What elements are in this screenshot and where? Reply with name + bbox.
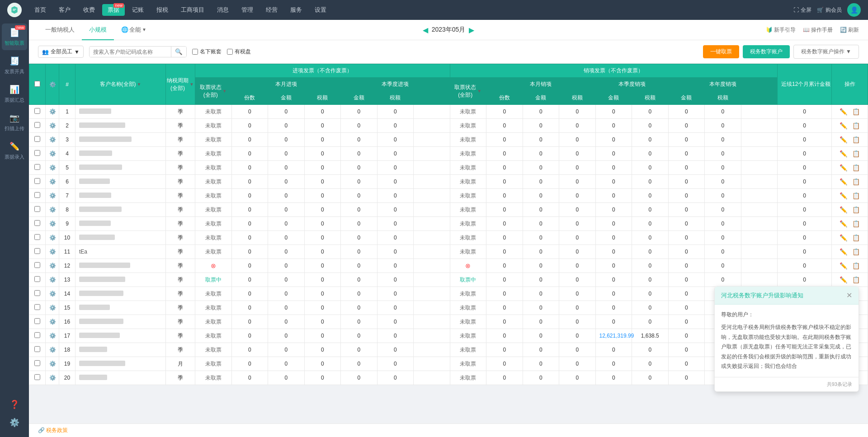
copy-button[interactable]: 📋 <box>850 219 862 228</box>
employee-select[interactable]: 👥 全部员工 ▼ <box>38 46 84 58</box>
sidebar-item-help[interactable]: ❓ <box>2 395 27 414</box>
edit-button[interactable]: ✏️ <box>838 261 849 270</box>
nav-home[interactable]: 首页 <box>29 4 52 16</box>
sidebar-item-invoice-issue[interactable]: 🧾 发票开具 <box>2 52 27 79</box>
sidebar-item-scan-upload[interactable]: 📷 扫描上传 <box>2 109 27 136</box>
row-checkbox[interactable] <box>34 220 40 226</box>
row-checkbox[interactable] <box>34 192 40 198</box>
copy-button[interactable]: 📋 <box>850 121 862 130</box>
row-checkbox[interactable] <box>34 360 40 366</box>
manual-button[interactable]: 📖 操作手册 <box>803 26 833 34</box>
copy-button[interactable]: 📋 <box>850 149 862 158</box>
popup-close-button[interactable]: ✕ <box>846 291 852 300</box>
edit-button[interactable]: ✏️ <box>838 149 849 158</box>
edit-button[interactable]: ✏️ <box>838 135 849 144</box>
refresh-button[interactable]: 🔄 刷新 <box>840 26 859 34</box>
row-checkbox[interactable] <box>34 332 40 338</box>
next-month-button[interactable]: ▶ <box>469 26 474 34</box>
nav-service[interactable]: 服务 <box>285 4 307 16</box>
edit-button[interactable]: ✏️ <box>838 177 849 186</box>
edit-button[interactable]: ✏️ <box>838 191 849 200</box>
user-avatar[interactable]: 👤 <box>847 3 861 17</box>
member-button[interactable]: 🛒 购会员 <box>817 6 842 14</box>
row-checkbox[interactable] <box>34 290 40 296</box>
row-checkbox[interactable] <box>34 304 40 310</box>
row-checkbox[interactable] <box>34 206 40 212</box>
copy-button[interactable]: 📋 <box>850 177 862 186</box>
edit-button[interactable]: ✏️ <box>838 275 849 284</box>
sidebar-item-ticket-entry[interactable]: ✏️ 票据录入 <box>2 137 27 164</box>
digital-account-button[interactable]: 税务数字账户 <box>743 45 790 58</box>
copy-button[interactable]: 📋 <box>850 135 862 144</box>
row-checkbox[interactable] <box>34 276 40 282</box>
edit-button[interactable]: ✏️ <box>838 205 849 214</box>
edit-button[interactable]: ✏️ <box>838 121 849 130</box>
nav-ticket[interactable]: 票据 new <box>102 4 125 16</box>
tab-general-taxpayer[interactable]: 一般纳税人 <box>38 20 82 40</box>
accounts-checkbox-label[interactable]: 名下账套 <box>192 48 222 56</box>
tab-small-scale[interactable]: 小规模 <box>82 20 114 40</box>
row-checkbox[interactable] <box>34 262 40 268</box>
copy-button[interactable]: 📋 <box>850 247 862 256</box>
one-click-ticket-button[interactable]: 一键取票 <box>703 45 739 58</box>
edit-button[interactable]: ✏️ <box>838 247 849 256</box>
copy-button[interactable]: 📋 <box>850 275 862 284</box>
row-checkbox[interactable] <box>34 248 40 254</box>
row-checkbox[interactable] <box>34 178 40 184</box>
nav-accounting[interactable]: 记账 <box>127 4 149 16</box>
sidebar-item-smart-ticket[interactable]: 📄 智能取票 new <box>2 23 27 50</box>
nav-customer[interactable]: 客户 <box>53 4 76 16</box>
sidebar-item-settings[interactable]: ⚙️ <box>2 414 27 432</box>
nav-charge[interactable]: 收费 <box>78 4 100 16</box>
copy-button[interactable]: 📋 <box>850 261 862 270</box>
digital-account-ops-button[interactable]: 税务数字账户操作 ▼ <box>793 45 859 59</box>
row-checkbox[interactable] <box>34 108 40 114</box>
taxdisk-checkbox[interactable] <box>227 49 233 55</box>
status-in-tag: 未取票 <box>205 249 222 255</box>
edit-button[interactable]: ✏️ <box>838 163 849 172</box>
edit-button[interactable]: ✏️ <box>838 233 849 242</box>
row-settings-cell: ⚙️ <box>46 259 59 273</box>
taxdisk-checkbox-label[interactable]: 有税盘 <box>227 48 251 56</box>
row-period: 季 <box>166 161 195 175</box>
row-out-amount: 0 <box>523 231 559 245</box>
row-checkbox[interactable] <box>34 374 40 380</box>
blurred-name <box>79 291 123 296</box>
nav-operation[interactable]: 经营 <box>260 4 283 16</box>
tax-policy-link[interactable]: 🔗 税务政策 <box>38 427 68 434</box>
nav-message[interactable]: 消息 <box>212 4 234 16</box>
copy-button[interactable]: 📋 <box>850 233 862 242</box>
row-rolling: 0 <box>778 133 832 147</box>
edit-button[interactable]: ✏️ <box>838 219 849 228</box>
row-status-out: 取票中 <box>450 273 486 287</box>
nav-settings[interactable]: 设置 <box>309 4 332 16</box>
sidebar-item-ticket-summary[interactable]: 📊 票据汇总 <box>2 80 27 107</box>
row-checkbox[interactable] <box>34 122 40 128</box>
edit-button[interactable]: ✏️ <box>838 107 849 116</box>
copy-button[interactable]: 📋 <box>850 191 862 200</box>
search-input[interactable] <box>90 47 171 57</box>
nav-manage[interactable]: 管理 <box>236 4 259 16</box>
row-in-q-amount: 0 <box>341 371 377 385</box>
row-in-q-placeholder <box>414 217 450 231</box>
accounts-checkbox[interactable] <box>192 49 198 55</box>
th-in-q-placeholder <box>414 91 450 105</box>
fullscreen-button[interactable]: ⛶ 全屏 <box>793 6 811 14</box>
copy-button[interactable]: 📋 <box>850 163 862 172</box>
copy-button[interactable]: 📋 <box>850 205 862 214</box>
copy-button[interactable]: 📋 <box>850 107 862 116</box>
row-checkbox[interactable] <box>34 234 40 240</box>
tab-all[interactable]: 🌐 全能 ▼ <box>114 20 154 40</box>
nav-business[interactable]: 工商项目 <box>175 4 210 16</box>
row-checkbox[interactable] <box>34 136 40 142</box>
search-button[interactable]: 🔍 <box>171 47 186 57</box>
row-checkbox[interactable] <box>34 346 40 352</box>
row-checkbox[interactable] <box>34 150 40 156</box>
row-checkbox[interactable] <box>34 164 40 170</box>
nav-tax[interactable]: 报税 <box>151 4 174 16</box>
row-out-count: 0 <box>486 259 523 273</box>
prev-month-button[interactable]: ◀ <box>423 26 428 34</box>
select-all-checkbox[interactable] <box>34 81 40 87</box>
row-checkbox[interactable] <box>34 318 40 324</box>
new-guide-button[interactable]: 🔰 新手引导 <box>766 26 796 34</box>
